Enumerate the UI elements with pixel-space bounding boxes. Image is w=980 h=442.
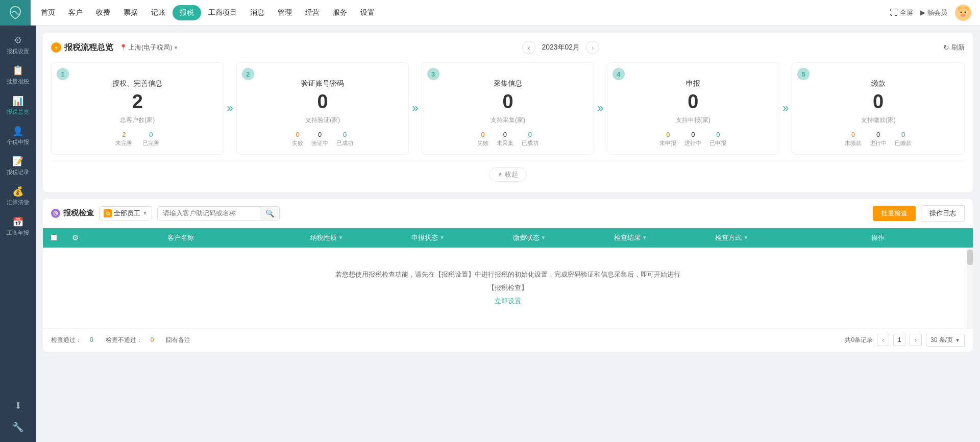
- step-card-3: 3 采集信息 0 支持采集(家) 0 失败 0 未采集: [422, 62, 595, 155]
- step-arrow-3: »: [594, 62, 606, 155]
- stat-5-1-num: 0: [876, 131, 880, 138]
- staff-filter[interactable]: 员 全部员工 ▼: [99, 206, 152, 220]
- th-checkbox[interactable]: [43, 228, 64, 248]
- th-action: 操作: [782, 228, 973, 248]
- sidebar-item-personal-tax[interactable]: 👤 个税申报: [0, 120, 36, 151]
- prev-page-button[interactable]: ‹: [877, 334, 889, 346]
- stat-3-1-num: 0: [503, 131, 507, 138]
- collapse-button[interactable]: ∧ 收起: [489, 167, 527, 182]
- nav-right: ⛶ 全屏 ▶ 畅会员: [890, 4, 972, 21]
- search-input[interactable]: [158, 207, 260, 219]
- next-month-button[interactable]: ›: [586, 41, 599, 54]
- th-tax-type[interactable]: 纳税性质 ▼: [276, 228, 377, 248]
- setup-link[interactable]: 立即设置: [495, 294, 521, 308]
- svg-point-4: [961, 14, 966, 17]
- stat-4-1-label: 进行中: [684, 139, 701, 147]
- sidebar-item-annual-report[interactable]: 📅 工商年报: [0, 211, 36, 241]
- search-box: 🔍: [157, 206, 280, 220]
- logo: [0, 0, 31, 26]
- fullscreen-button[interactable]: ⛶ 全屏: [890, 8, 913, 17]
- nav-item-accounting[interactable]: 记账: [145, 5, 172, 20]
- stat-3-2-label: 已成功: [522, 139, 538, 147]
- sidebar-item-tax-settings[interactable]: ⚙ 报税设置: [0, 30, 36, 60]
- stat-2-0-label: 失败: [292, 139, 303, 147]
- sidebar-item-batch-tax[interactable]: 📋 批量报税: [0, 60, 36, 90]
- sidebar-item-download[interactable]: ⬇: [0, 395, 36, 416]
- empty-message: 若您想使用报税检查功能，请先在【报税设置】中进行报税的初始化设置，完成密码验证和…: [329, 268, 687, 294]
- search-button[interactable]: 🔍: [260, 207, 279, 220]
- location-selector[interactable]: 📍 上海(电子税局) ▼: [119, 43, 179, 52]
- step-count-3: 0: [502, 91, 513, 113]
- nav-item-home[interactable]: 首页: [35, 5, 61, 20]
- operation-log-button[interactable]: 操作日志: [921, 205, 965, 222]
- refresh-icon: ↻: [943, 43, 949, 52]
- stat-1-1-num: 0: [149, 131, 153, 138]
- vip-play-icon: ▶: [920, 9, 925, 16]
- current-month: 2023年02月: [542, 43, 580, 52]
- step-stats-3: 0 失败 0 未采集 0 已成功: [477, 131, 538, 147]
- stat-3-1-label: 未采集: [497, 139, 513, 147]
- nav-item-tax[interactable]: 报税: [173, 5, 201, 20]
- staff-filter-icon: 员: [104, 209, 112, 217]
- step-arrow-4: »: [779, 62, 792, 155]
- refresh-button[interactable]: ↻ 刷新: [943, 43, 965, 52]
- step-count-1: 2: [132, 91, 143, 113]
- nav-item-service[interactable]: 服务: [327, 5, 353, 20]
- th-check-method[interactable]: 检查方式 ▼: [681, 228, 782, 248]
- tax-overview-icon: 📊: [12, 95, 23, 107]
- stat-3-0-num: 0: [481, 131, 484, 138]
- nav-item-business[interactable]: 工商项目: [202, 5, 243, 20]
- check-panel: ◎ 报税检查 员 全部员工 ▼ 🔍 批量检查 操作日志: [43, 199, 973, 352]
- sidebar-item-tax-overview[interactable]: 📊 报税总览: [0, 90, 36, 120]
- step-title-2: 验证账号密码: [301, 79, 344, 88]
- batch-check-button[interactable]: 批量检查: [873, 206, 916, 221]
- table-empty-state: 若您想使用报税检查功能，请先在【报税设置】中进行报税的初始化设置，完成密码验证和…: [43, 248, 973, 328]
- avatar[interactable]: [954, 4, 972, 21]
- next-page-button[interactable]: ›: [910, 334, 922, 346]
- fullscreen-icon: ⛶: [890, 8, 898, 17]
- check-title: ◎ 报税检查: [51, 208, 94, 218]
- page-1-button[interactable]: 1: [893, 334, 905, 346]
- th-pay-status[interactable]: 缴费状态 ▼: [479, 228, 580, 248]
- sidebar-item-config[interactable]: 🔧: [0, 416, 36, 438]
- select-all-checkbox[interactable]: [51, 234, 57, 241]
- prev-month-button[interactable]: ‹: [522, 41, 535, 54]
- stat-5-1-label: 进行中: [870, 139, 887, 147]
- per-page-arrow: ▼: [955, 337, 960, 343]
- nav-item-operation[interactable]: 经营: [299, 5, 326, 20]
- th-declare-status[interactable]: 申报状态 ▼: [377, 228, 478, 248]
- step-unit-4: 支持申报(家): [676, 116, 710, 125]
- stat-5-2-num: 0: [901, 131, 905, 138]
- pay-filter-icon: ▼: [541, 235, 546, 240]
- stat-4-0-num: 0: [666, 131, 670, 138]
- stat-4-0-label: 未申报: [659, 139, 676, 147]
- table-header: ⚙ 客户名称 纳税性质 ▼ 申报状态 ▼ 缴费状态 ▼ 检查结果 ▼: [43, 228, 973, 248]
- th-gear[interactable]: ⚙: [64, 228, 86, 248]
- check-pass-count[interactable]: 0: [90, 336, 93, 343]
- sidebar: ⚙ 报税设置 📋 批量报税 📊 报税总览 👤 个税申报 📝 报税记录 💰 汇算清…: [0, 26, 36, 442]
- vip-button[interactable]: ▶ 畅会员: [920, 8, 947, 17]
- location-icon: 📍: [119, 44, 127, 51]
- step-card-5: 5 缴款 0 支持缴款(家) 0 未缴款 0 进行中: [792, 62, 965, 155]
- th-check-result[interactable]: 检查结果 ▼: [580, 228, 681, 248]
- stat-5-0-label: 未缴款: [845, 139, 862, 147]
- check-fail-count[interactable]: 0: [151, 336, 154, 343]
- nav-item-customer[interactable]: 客户: [62, 5, 89, 20]
- step-stats-4: 0 未申报 0 进行中 0 已申报: [659, 131, 726, 147]
- step-number-5: 5: [797, 68, 810, 80]
- nav-item-message[interactable]: 消息: [244, 5, 271, 20]
- nav-item-fee[interactable]: 收费: [90, 5, 116, 20]
- nav-item-invoice[interactable]: 票据: [117, 5, 144, 20]
- step-number-1: 1: [57, 68, 69, 80]
- summary-panel: + 报税流程总览 📍 上海(电子税局) ▼ ‹ 2023年02月 › ↻ 刷新: [43, 33, 973, 192]
- stat-4-2-num: 0: [716, 131, 720, 138]
- personal-tax-icon: 👤: [12, 126, 23, 137]
- nav-item-manage[interactable]: 管理: [272, 5, 298, 20]
- nav-item-settings[interactable]: 设置: [354, 5, 381, 20]
- step-number-3: 3: [427, 68, 439, 80]
- sidebar-item-tax-records[interactable]: 📝 报税记录: [0, 151, 36, 181]
- sidebar-item-settlement[interactable]: 💰 汇算清缴: [0, 181, 36, 211]
- collapse-icon: ∧: [498, 170, 503, 178]
- tax-settings-icon: ⚙: [14, 35, 22, 46]
- per-page-selector[interactable]: 30 条/页 ▼: [926, 334, 965, 347]
